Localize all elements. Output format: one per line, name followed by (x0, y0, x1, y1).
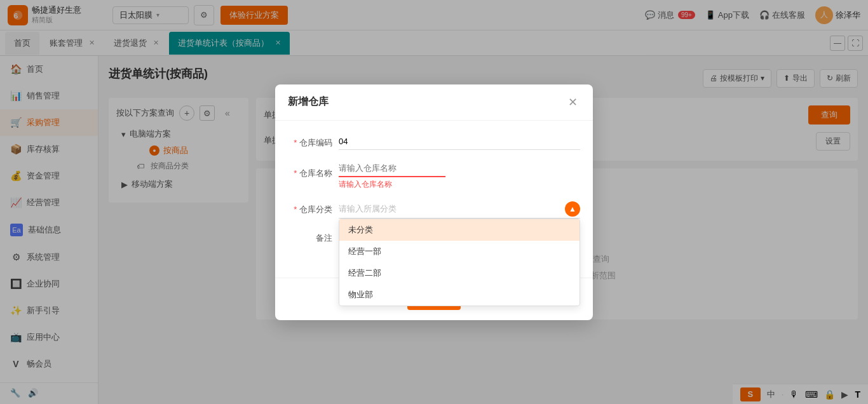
modal-title: 新增仓库 (288, 95, 329, 109)
category-dropdown-trigger[interactable]: 请输入所属分类 ▲ (339, 200, 580, 219)
category-dropdown-list: 未分类 经营一部 经营二部 物业部 (339, 219, 580, 306)
add-warehouse-modal: 新增仓库 ✕ * 仓库编码 * 仓库名称 (275, 84, 593, 320)
dropdown-item-uncategorized[interactable]: 未分类 (339, 219, 580, 241)
name-label: * 仓库名称 (288, 164, 339, 179)
name-field-row: * 仓库名称 请输入仓库名称 (288, 160, 580, 190)
name-input[interactable] (339, 160, 445, 177)
name-error-hint: 请输入仓库名称 (339, 179, 392, 190)
category-placeholder: 请输入所属分类 (339, 203, 397, 215)
dropdown-item-property[interactable]: 物业部 (339, 284, 580, 306)
category-field-wrap: 请输入所属分类 ▲ 未分类 经营一部 经营二部 物业部 (339, 200, 580, 219)
modal-header: 新增仓库 ✕ (275, 84, 593, 121)
dropdown-arrow-icon[interactable]: ▲ (565, 201, 580, 217)
category-label-text: 仓库分类 (299, 205, 332, 214)
code-label-text: 仓库编码 (299, 138, 332, 147)
dropdown-item-dept1[interactable]: 经营一部 (339, 241, 580, 262)
category-label: * 仓库分类 (288, 200, 339, 215)
code-input[interactable] (339, 133, 580, 150)
code-label: * 仓库编码 (288, 133, 339, 149)
notes-label: 备注 (288, 229, 339, 244)
notes-label-text: 备注 (316, 233, 332, 243)
name-label-text: 仓库名称 (299, 168, 332, 178)
code-field-row: * 仓库编码 (288, 133, 580, 150)
modal-overlay: 新增仓库 ✕ * 仓库编码 * 仓库名称 (0, 0, 868, 404)
modal-body: * 仓库编码 * 仓库名称 请输入仓库名称 * (275, 121, 593, 278)
name-field-inner: * 仓库名称 (339, 160, 445, 177)
modal-close-button[interactable]: ✕ (565, 95, 580, 110)
dropdown-item-dept2[interactable]: 经营二部 (339, 262, 580, 284)
category-field-row: * 仓库分类 请输入所属分类 ▲ 未分类 经营一部 经营二部 物业部 (288, 200, 580, 219)
